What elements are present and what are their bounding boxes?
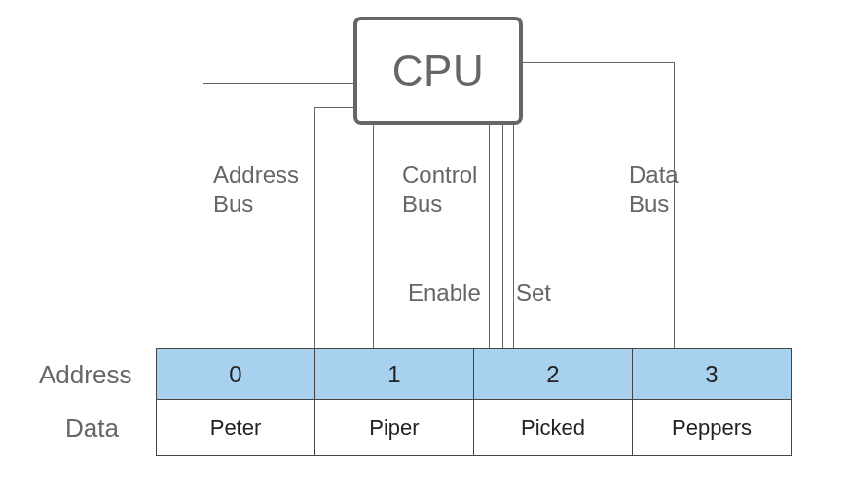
memory-address-cell: 3: [633, 349, 792, 400]
memory-data-cell: Peppers: [633, 400, 792, 456]
memory-data-value: Peppers: [672, 415, 752, 441]
memory-data-value: Picked: [521, 415, 585, 441]
cpu-label: CPU: [392, 47, 484, 95]
control-bus-label: Control Bus: [402, 161, 477, 219]
control-bus-set-wire: [502, 121, 514, 349]
memory-data-cell: Picked: [474, 400, 633, 456]
data-bus-label: Data Bus: [629, 161, 679, 219]
memory-address-value: 1: [387, 361, 400, 388]
memory-address-value: 3: [705, 361, 718, 388]
memory-data-cell: Piper: [315, 400, 474, 456]
control-bus-enable-wire: [314, 107, 490, 349]
memory-address-cell: 2: [474, 349, 633, 400]
address-row-label: Address: [39, 360, 131, 390]
memory-address-value: 2: [546, 361, 559, 388]
memory-data-row: Peter Piper Picked Peppers: [157, 400, 792, 456]
data-row-label: Data: [65, 414, 119, 444]
cpu-box: CPU: [353, 17, 523, 125]
memory-data-value: Peter: [210, 415, 262, 441]
memory-data-cell: Peter: [157, 400, 315, 456]
address-bus-label: Address Bus: [213, 161, 299, 219]
memory-address-cell: 0: [157, 349, 315, 400]
memory-table: 0 1 2 3 Peter Piper Picked Peppers: [156, 348, 792, 456]
memory-data-value: Piper: [369, 415, 419, 441]
memory-address-row: 0 1 2 3: [157, 349, 792, 400]
set-signal-label: Set: [516, 281, 551, 305]
memory-address-value: 0: [229, 361, 241, 388]
enable-signal-label: Enable: [408, 281, 481, 305]
memory-address-cell: 1: [315, 349, 474, 400]
